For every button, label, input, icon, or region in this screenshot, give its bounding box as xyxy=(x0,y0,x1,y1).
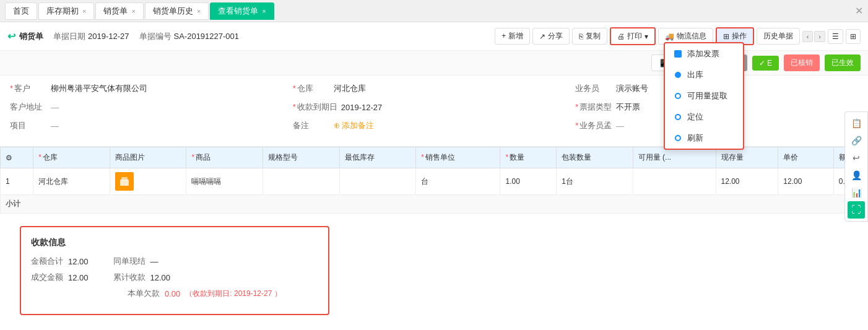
tab-view-sales-close[interactable]: × xyxy=(262,7,266,15)
add-invoice-label: 添加发票 xyxy=(687,48,719,59)
add-note-label: 添加备注 xyxy=(342,121,374,130)
cell-min-stock xyxy=(339,168,416,195)
dropdown-available-qty[interactable]: 可用量提取 xyxy=(665,85,743,106)
summary-wrapper: 收款信息 金额合计 12.00 同单现结 — 成交金额 12.00 累计收款 xyxy=(0,214,868,328)
nav-next[interactable]: › xyxy=(814,31,825,42)
total-received-field: 累计收款 12.00 xyxy=(113,272,171,283)
tab-home[interactable]: 首页 xyxy=(5,2,37,20)
nav-arrows: ‹ › xyxy=(802,31,825,42)
action-icon: ⊞ xyxy=(723,32,729,41)
tab-inventory-close[interactable]: × xyxy=(82,7,86,15)
th-product: 商品 xyxy=(186,147,263,168)
sales-emp-value: — xyxy=(616,121,624,131)
share-button[interactable]: ↗ 分享 xyxy=(532,28,570,45)
sidebar-icon-4[interactable]: 👤 xyxy=(848,167,865,184)
customer-label: 客户 xyxy=(10,83,47,94)
svg-rect-0 xyxy=(120,180,129,186)
confirm-btn[interactable]: ✓ E xyxy=(752,56,779,71)
share-icon: ↗ xyxy=(539,32,545,41)
dropdown-locate[interactable]: 定位 xyxy=(665,106,743,128)
th-min-stock: 最低库存 xyxy=(339,147,416,168)
doc-date-field: 单据日期 2019-12-27 xyxy=(53,31,129,42)
note-field: 备注 ⊕ 添加备注 xyxy=(293,120,576,131)
tab-sales-close[interactable]: × xyxy=(131,7,135,15)
due-date-label: 收款到期日 xyxy=(293,102,337,113)
warehouse-field: 仓库 河北仓库 xyxy=(293,83,576,94)
dropdown-refresh[interactable]: 刷新 xyxy=(665,128,743,149)
sidebar-icon-5[interactable]: 📊 xyxy=(848,184,865,201)
add-invoice-icon xyxy=(674,50,682,58)
cell-spec xyxy=(263,168,340,195)
window-close-btn[interactable]: ✕ xyxy=(855,5,863,17)
th-available: 可用量 (... xyxy=(633,147,716,168)
hint-text: （收款到期日: 2019-12-27 ） xyxy=(185,289,281,299)
print-label: 打印 xyxy=(627,31,642,41)
project-label: 项目 xyxy=(10,120,47,131)
layout-btn-1[interactable]: ☰ xyxy=(828,29,843,44)
product-table: ⚙ 仓库 商品图片 商品 规格型号 最低库存 销售单位 数量 包装数量 可用量 … xyxy=(0,147,868,214)
th-spec: 规格型号 xyxy=(263,147,340,168)
sold-btn[interactable]: 已核销 xyxy=(784,54,820,71)
address-field: 客户地址 — xyxy=(10,102,293,113)
print-chevron: ▾ xyxy=(644,32,648,41)
tab-view-sales[interactable]: 查看销货单 × xyxy=(210,2,274,20)
dropdown-ship[interactable]: 出库 xyxy=(665,64,743,85)
copy-button[interactable]: ⎘ 复制 xyxy=(572,28,607,45)
tab-sales[interactable]: 销货单 × xyxy=(95,2,143,20)
available-qty-label: 可用量提取 xyxy=(687,90,727,102)
summary-row-3: 本单欠款 0.00 （收款到期日: 2019-12-27 ） xyxy=(31,288,318,299)
th-image: 商品图片 xyxy=(110,147,186,168)
product-thumbnail xyxy=(115,172,134,191)
add-button[interactable]: + 新增 xyxy=(495,28,529,45)
address-label: 客户地址 xyxy=(10,102,47,113)
table-row: 1 河北仓库 嗝嗝嗝嗝 台 1.00 1台 12.00 12.00 xyxy=(1,168,868,195)
project-field: 项目 — xyxy=(10,120,293,131)
dropdown-add-invoice[interactable]: 添加发票 xyxy=(665,43,743,64)
summary-row-2: 成交金额 12.00 累计收款 12.00 xyxy=(31,272,318,283)
layout-btn-2[interactable]: ⊞ xyxy=(846,29,861,44)
copy-label: 复制 xyxy=(586,31,601,41)
confirm-label: ✓ E xyxy=(759,59,772,67)
print-button[interactable]: 🖨 打印 ▾ xyxy=(610,27,656,45)
history-button[interactable]: 历史单据 xyxy=(757,28,800,45)
table-header-row: ⚙ 仓库 商品图片 商品 规格型号 最低库存 销售单位 数量 包装数量 可用量 … xyxy=(1,147,868,168)
sidebar-icon-3[interactable]: ↩ xyxy=(848,149,865,167)
deal-amount-value: 12.00 xyxy=(68,273,89,282)
sidebar-icon-6[interactable]: ⛶ xyxy=(848,201,865,219)
product-table-wrapper: ⚙ 仓库 商品图片 商品 规格型号 最低库存 销售单位 数量 包装数量 可用量 … xyxy=(0,146,868,214)
sidebar-icon-2[interactable]: 🔗 xyxy=(848,132,865,149)
amount-total-value: 12.00 xyxy=(68,257,89,266)
warehouse-label: 仓库 xyxy=(293,83,330,94)
tab-inventory[interactable]: 库存期初 × xyxy=(38,2,94,20)
gear-icon: ⚙ xyxy=(6,154,12,162)
cell-unit: 台 xyxy=(416,168,500,195)
doc-number-value: SA-20191227-001 xyxy=(174,32,240,41)
th-unit-price: 单价 xyxy=(778,147,833,168)
doc-date-label: 单据日期 xyxy=(53,31,85,42)
copy-icon: ⎘ xyxy=(579,32,583,41)
doc-type-label: 销货单 xyxy=(19,31,43,42)
nav-prev[interactable]: ‹ xyxy=(802,31,814,42)
tab-sales-history-close[interactable]: × xyxy=(197,7,201,15)
doc-number-field: 单据编号 SA-20191227-001 xyxy=(139,31,240,42)
subtotal-row: 小计 xyxy=(1,195,868,214)
cell-image xyxy=(110,168,186,195)
add-note-btn[interactable]: ⊕ 添加备注 xyxy=(334,120,375,131)
right-sidebar: 📋 🔗 ↩ 👤 📊 ⛶ xyxy=(844,111,868,222)
refresh-icon xyxy=(674,134,682,142)
th-qty: 数量 xyxy=(500,147,557,168)
cell-pkg-qty: 1台 xyxy=(557,168,633,195)
action-dropdown: 添加发票 出库 可用量提取 定位 刷新 xyxy=(664,42,744,150)
add-note-icon: ⊕ xyxy=(334,121,340,130)
tab-inventory-label: 库存期初 xyxy=(46,6,79,17)
sidebar-icon-1[interactable]: 📋 xyxy=(848,115,865,132)
tab-sales-history[interactable]: 销货单历史 × xyxy=(145,2,209,20)
effective-btn[interactable]: 已生效 xyxy=(825,54,861,71)
ship-label: 出库 xyxy=(687,69,703,80)
refresh-label: 刷新 xyxy=(687,132,703,144)
same-order-settle-value: — xyxy=(150,257,158,266)
locate-label: 定位 xyxy=(687,111,703,123)
deal-amount-field: 成交金额 12.00 xyxy=(31,272,89,283)
deal-amount-label: 成交金额 xyxy=(31,272,63,283)
address-value: — xyxy=(51,103,59,112)
